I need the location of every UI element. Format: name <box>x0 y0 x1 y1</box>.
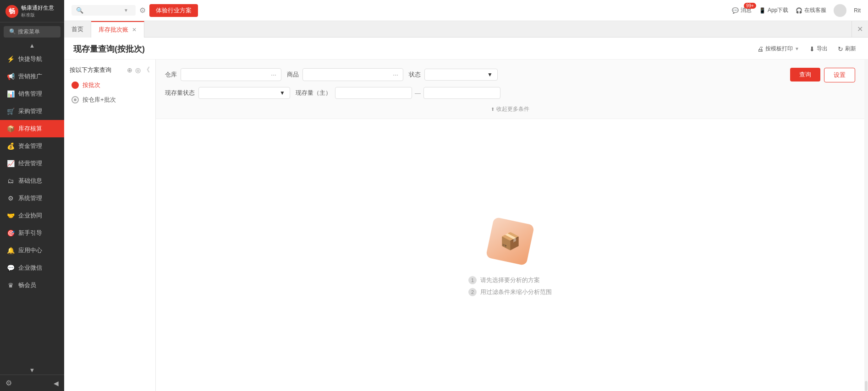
tab-bar: 首页 库存批次账 ✕ ✕ <box>64 21 868 38</box>
app-download-button[interactable]: 📱 App下载 <box>759 6 788 14</box>
sales-icon: 📊 <box>6 90 15 98</box>
sidebar-gear-button[interactable]: ⚙ <box>5 379 12 387</box>
sidebar-item-appcenter[interactable]: 🔔 应用中心 <box>0 242 64 259</box>
filter-quantity-max[interactable] <box>423 87 500 99</box>
scheme-add-icon[interactable]: ⊕ <box>127 66 132 74</box>
brand-icon: 畅 <box>5 5 18 18</box>
basic-icon: 🗂 <box>6 177 15 185</box>
user-avatar[interactable] <box>834 4 846 17</box>
scheme-panel: 按以下方案查询 ⊕ ◎ 《 按批次 按仓库+批次 <box>64 60 156 391</box>
quicknav-icon: ⚡ <box>6 55 15 63</box>
print-button[interactable]: 🖨 按模板打印 ▼ <box>754 43 802 54</box>
collapse-conditions-button[interactable]: ⬆ 收起更多条件 <box>165 103 855 115</box>
online-service-button[interactable]: 🎧 在线客服 <box>796 6 826 14</box>
sidebar-collapse-button[interactable]: ◀ <box>54 380 59 387</box>
print-dropdown-arrow[interactable]: ▼ <box>795 46 799 51</box>
sidebar-footer: ⚙ ◀ <box>0 375 64 391</box>
topbar-search-input[interactable] <box>85 7 122 14</box>
right-panel: 仓库 ··· 商品 ··· <box>156 60 864 391</box>
filter-warehouse-input[interactable]: ··· <box>181 68 281 81</box>
sidebar-item-label-quicknav: 快捷导航 <box>18 55 42 63</box>
filter-area: 仓库 ··· 商品 ··· <box>156 60 864 119</box>
sidebar-item-sales[interactable]: 📊 销售管理 <box>0 85 64 103</box>
topbar-gear-icon[interactable]: ⚙ <box>139 6 146 15</box>
export-button[interactable]: ⬇ 导出 <box>807 43 830 54</box>
refresh-button[interactable]: ↻ 刷新 <box>835 43 859 54</box>
tip-1-number: 1 <box>468 276 477 284</box>
scheme-item-warehouse-batch[interactable]: 按仓库+批次 <box>64 92 155 107</box>
filter-status-label: 状态 <box>409 71 421 79</box>
topbar-search-box[interactable]: 🔍 ▼ <box>71 5 136 16</box>
sidebar-item-basic[interactable]: 🗂 基础信息 <box>0 172 64 190</box>
sidebar-item-finance[interactable]: 💰 资金管理 <box>0 137 64 155</box>
filter-quantity-min[interactable] <box>335 87 412 99</box>
filter-product-more[interactable]: ··· <box>393 71 398 78</box>
query-button[interactable]: 查询 <box>790 68 820 81</box>
scheme-item-batch[interactable]: 按批次 <box>64 78 155 92</box>
two-panel: 按以下方案查询 ⊕ ◎ 《 按批次 按仓库+批次 <box>64 60 868 391</box>
tab-inventory-batch[interactable]: 库存批次账 ✕ <box>91 21 144 38</box>
filter-inventory-status-select[interactable]: ▼ <box>198 87 290 99</box>
sidebar-item-wechat[interactable]: 💬 企业微信 <box>0 259 64 277</box>
tab-home[interactable]: 首页 <box>64 21 91 38</box>
newuser-icon: 🎯 <box>6 229 15 237</box>
filter-status-arrow: ▼ <box>487 71 493 78</box>
scheme-settings-icon[interactable]: ◎ <box>135 66 141 74</box>
sidebar-item-label-wechat: 企业微信 <box>18 264 42 272</box>
refresh-icon: ↻ <box>838 45 843 53</box>
empty-tip-2: 2 用过滤条件来缩小分析范围 <box>468 288 552 296</box>
purchase-icon: 🛒 <box>6 107 15 115</box>
filter-quantity-range: — <box>335 87 500 99</box>
scheme-dot-inactive <box>71 96 79 103</box>
sidebar-item-label-purchase: 采购管理 <box>18 107 42 115</box>
filter-group-warehouse: 仓库 ··· <box>165 68 281 81</box>
settings-button[interactable]: 设置 <box>824 68 855 82</box>
sidebar-item-inventory[interactable]: 📦 库存核算 <box>0 120 64 137</box>
sidebar-item-label-basic: 基础信息 <box>18 177 42 185</box>
sidebar-item-member[interactable]: ♛ 畅会员 <box>0 277 64 294</box>
search-icon: 🔍 <box>9 28 16 35</box>
scheme-collapse-icon[interactable]: 《 <box>143 66 150 74</box>
sidebar-item-label-inventory: 库存核算 <box>18 125 42 133</box>
experience-button[interactable]: 体验行业方案 <box>149 4 198 17</box>
sidebar-item-system[interactable]: ⚙ 系统管理 <box>0 190 64 207</box>
inventory-icon: 📦 <box>6 125 15 133</box>
appcenter-icon: 🔔 <box>6 246 15 255</box>
sidebar-scroll-down[interactable]: ▼ <box>0 365 64 375</box>
sidebar-item-newuser[interactable]: 🎯 新手引导 <box>0 224 64 242</box>
sidebar-item-enterprise[interactable]: 🤝 企业协同 <box>0 207 64 224</box>
content-area: 现存量查询(按批次) 🖨 按模板打印 ▼ ⬇ 导出 ↻ 刷新 <box>64 38 868 391</box>
tip-2-text: 用过滤条件来缩小分析范围 <box>480 288 552 296</box>
scheme-header: 按以下方案查询 ⊕ ◎ 《 <box>64 64 155 78</box>
tip-2-number: 2 <box>468 288 477 296</box>
main-area: 🔍 ▼ ⚙ 体验行业方案 💬 消息 99+ 📱 App下载 🎧 <box>64 0 868 391</box>
sidebar-item-marketing[interactable]: 📢 营销推广 <box>0 68 64 85</box>
messages-button[interactable]: 💬 消息 99+ <box>732 6 752 14</box>
enterprise-icon: 🤝 <box>6 212 15 220</box>
print-icon: 🖨 <box>757 45 764 53</box>
tab-close-button[interactable]: ✕ <box>132 27 137 33</box>
sidebar-item-quicknav[interactable]: ⚡ 快捷导航 <box>0 50 64 68</box>
sidebar-item-purchase[interactable]: 🛒 采购管理 <box>0 103 64 120</box>
filter-status-select[interactable]: ▼ <box>424 69 498 81</box>
scheme-actions: ⊕ ◎ 《 <box>127 66 150 74</box>
sidebar-scroll-up[interactable]: ▲ <box>0 41 64 50</box>
filter-product-label: 商品 <box>287 71 299 79</box>
empty-tip-1: 1 请先选择要分析的方案 <box>468 276 552 284</box>
sidebar-item-label-marketing: 营销推广 <box>18 72 42 81</box>
app-download-label: App下载 <box>768 6 788 14</box>
sidebar-search[interactable]: 🔍 搜索菜单 <box>4 26 60 38</box>
tab-home-label: 首页 <box>71 25 83 33</box>
topbar-search-dropdown[interactable]: ▼ <box>124 8 128 13</box>
tab-right-close-button[interactable]: ✕ <box>852 21 868 38</box>
sidebar-item-operations[interactable]: 📈 经营管理 <box>0 155 64 172</box>
right-scrollbar[interactable] <box>864 60 868 391</box>
topbar-right: 💬 消息 99+ 📱 App下载 🎧 在线客服 Rit <box>732 4 861 17</box>
filter-product-input[interactable]: ··· <box>302 68 403 81</box>
sidebar-item-label-member: 畅会员 <box>18 281 36 289</box>
filter-warehouse-more[interactable]: ··· <box>271 71 276 78</box>
user-name[interactable]: Rit <box>854 7 861 14</box>
brand-info: 畅康通好生意 标准版 <box>21 5 54 18</box>
sidebar-header: 畅 畅康通好生意 标准版 <box>0 0 64 22</box>
sidebar-item-label-sales: 销售管理 <box>18 90 42 98</box>
